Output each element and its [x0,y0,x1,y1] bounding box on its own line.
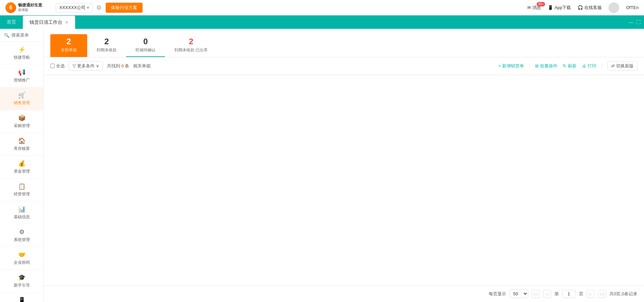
next-page-btn[interactable]: ▷ [587,290,595,298]
stats-tab-pending[interactable]: 0 旺辅待确认 [126,34,165,57]
stats-label-overdue: 到期未收款 [97,47,117,53]
select-all-label: 全选 [56,63,65,69]
refresh-label: 刷新 [568,63,577,69]
logo: 6 畅捷通好生意 标准版 [5,2,49,13]
headset-icon: 🎧 [578,5,583,10]
filter-chevron-icon: ∨ [96,63,99,68]
nav-right-controls: — ⛶ [629,19,644,25]
batch-icon: ⊞ [535,63,539,68]
print-btn[interactable]: 🖨 打印 [582,63,596,69]
last-page-btn[interactable]: ▷| [598,290,606,298]
stats-label-pending: 旺辅待确认 [136,47,156,53]
sidebar-item-enterprise[interactable]: 🤝 企业协同 [0,247,43,270]
select-all-checkbox[interactable]: 全选 [50,63,65,69]
table-area [44,75,644,285]
inventory-icon: 🏠 [18,137,25,144]
company-name: XXXXXX公司 [59,5,86,11]
batch-btn[interactable]: ⊞ 批量操作 [535,63,557,69]
industry-btn[interactable]: 体验行业方案 [106,3,143,13]
stats-count-all: 2 [66,37,71,47]
sidebar-item-purchase[interactable]: 📦 采购管理 [0,110,43,133]
prev-page-btn[interactable]: ◁ [543,290,551,298]
toolbar-right: + 新增销货单 ⊞ 批量操作 ↻ 刷新 🖨 打印 ⇄ 切换新版 [498,61,637,71]
sidebar-item-quick-nav[interactable]: ⚡ 快捷导航 [0,42,43,65]
sidebar-item-guide[interactable]: 🎓 新手引导 [0,270,43,293]
tab-home[interactable]: 首页 [0,15,23,29]
stats-tab-all[interactable]: 2 全部单据 [50,34,87,57]
sidebar: 🔍 搜索菜单 ⚡ 快捷导航 📢 营销推广 🛒 销售管理 📦 采购管理 🏠 库存核… [0,29,44,302]
sidebar-search[interactable]: 🔍 搜索菜单 [0,29,43,42]
app-header: 6 畅捷通好生意 标准版 XXXXXX公司 ▾ ⚙ 体验行业方案 ✉ 消息 99… [0,0,644,15]
toolbar: 全选 ▽ 更多条件 ∨ 共找到 0 条 相关单据 + 新增销货单 ⊞ [44,57,644,75]
sidebar-item-marketing[interactable]: 📢 营销推广 [0,65,43,87]
company-selector[interactable]: XXXXXX公司 ▾ [56,3,93,12]
refresh-btn[interactable]: ↻ 刷新 [563,63,577,69]
sidebar-label-10: 新手引导 [14,283,30,288]
nav-tabs-bar: 首页 钱货日清工作台 ✕ — ⛶ [0,15,644,29]
app-download-btn[interactable]: 📱 App下载 [548,5,571,11]
sidebar-item-system[interactable]: ⚙ 系统管理 [0,224,43,247]
stats-tabs: 2 全部单据 2 到期未收款 0 旺辅待确认 2 到期未收款 已出库 [44,29,644,57]
nav-expand-btn[interactable]: ⛶ [636,19,641,25]
stats-tab-shipped[interactable]: 2 到期未收款 已出库 [165,34,217,57]
filter-btn[interactable]: ▽ 更多条件 ∨ [69,61,103,71]
found-count: 0 [121,63,124,68]
app-badge: 标准版 [18,8,42,12]
sidebar-item-app-center[interactable]: 📱 应用中心 [0,293,43,302]
page-input[interactable] [562,290,576,298]
stats-count-overdue: 2 [104,37,109,47]
sidebar-label-5: 资金管理 [14,169,30,174]
add-btn[interactable]: + 新增销货单 [498,63,524,69]
refresh-icon: ↻ [563,63,567,68]
message-badge: 99+ [537,2,545,6]
switch-label: 切换新版 [616,63,634,69]
stats-tab-overdue[interactable]: 2 到期未收款 [87,34,126,57]
logo-icon: 6 [5,2,16,13]
stats-count-shipped: 2 [189,37,193,47]
tab-close-icon[interactable]: ✕ [65,20,68,25]
purchase-icon: 📦 [18,114,25,122]
tab-daily-work[interactable]: 钱货日清工作台 ✕ [23,16,75,29]
sidebar-label-3: 采购管理 [14,123,30,129]
quick-nav-icon: ⚡ [18,46,25,53]
page-suffix: 页 [579,291,583,297]
nav-minimize-btn[interactable]: — [629,19,633,25]
username[interactable]: OfTEn [626,5,639,10]
divider-1 [529,63,530,69]
sidebar-item-finance[interactable]: 💰 资金管理 [0,156,43,179]
chevron-down-icon: ▾ [87,5,89,10]
sidebar-label-1: 营销推广 [14,77,30,83]
logo-text-block: 畅捷通好生意 标准版 [18,3,42,12]
per-page-select[interactable]: 50 100 200 [509,290,528,298]
sidebar-item-basic-info[interactable]: 📊 基础信息 [0,201,43,224]
app-center-icon: 📱 [18,297,25,302]
stats-count-pending: 0 [143,37,148,47]
system-icon: ⚙ [19,228,24,236]
select-all-input[interactable] [50,64,55,68]
related-link[interactable]: 相关单据 [133,63,151,69]
avatar[interactable] [608,2,619,13]
divider-2 [602,63,602,69]
switch-version-btn[interactable]: ⇄ 切换新版 [607,61,637,71]
sidebar-label-4: 库存核算 [14,146,30,152]
toolbar-left: 全选 ▽ 更多条件 ∨ 共找到 0 条 相关单据 [50,61,151,71]
pagination: 每页显示 50 100 200 |◁ ◁ 第 页 ▷ ▷| 共0页,0条记录 [44,285,644,302]
message-btn[interactable]: ✉ 消息 99+ [527,5,541,11]
sidebar-label-8: 系统管理 [14,237,30,243]
first-page-btn[interactable]: |◁ [532,290,540,298]
settings-icon[interactable]: ⚙ [96,4,102,11]
tab-home-label: 首页 [7,19,16,25]
online-service-btn[interactable]: 🎧 在线客服 [578,5,602,11]
sidebar-item-sales[interactable]: 🛒 销售管理 [0,87,43,110]
sidebar-label-2: 销售管理 [14,100,30,106]
sidebar-item-inventory[interactable]: 🏠 库存核算 [0,133,43,156]
found-unit: 条 [125,63,129,68]
print-label: 打印 [588,63,596,69]
page-total: 共0页,0条记录 [609,291,637,297]
batch-label: 批量操作 [540,63,557,69]
app-download-icon: 📱 [548,5,553,10]
sidebar-search-label: 搜索菜单 [11,32,29,38]
marketing-icon: 📢 [18,69,25,76]
enterprise-icon: 🤝 [18,251,25,258]
sidebar-item-operations[interactable]: 📋 经营管理 [0,179,43,201]
